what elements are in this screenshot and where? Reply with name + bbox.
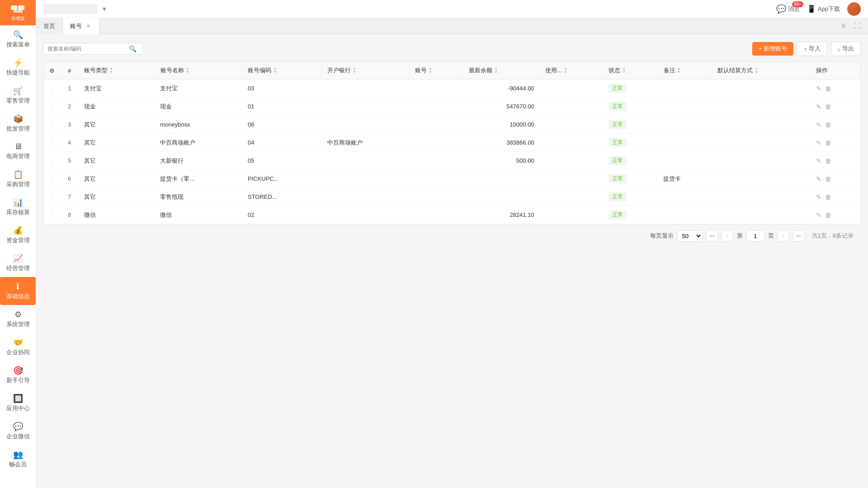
sidebar-item-quicknav[interactable]: ⚡ 快捷导航 xyxy=(0,53,36,81)
delete-icon[interactable]: 🗑 xyxy=(825,121,831,128)
table-header-row: ⚙ # 账号类型 ▲▼ 账号名称 ▲▼ xyxy=(44,62,860,80)
sidebar-item-enterprise-collab[interactable]: 🤝 企业协同 xyxy=(0,333,36,361)
actions-column-header: 操作 xyxy=(811,62,860,80)
balance-column-header[interactable]: 最新余额 ▲▼ xyxy=(463,62,540,80)
next-page-button[interactable]: › xyxy=(778,230,789,242)
row-account xyxy=(409,152,463,170)
row-usage xyxy=(540,206,603,224)
edit-icon[interactable]: ✎ xyxy=(816,211,821,219)
cart-icon: 🛒 xyxy=(13,86,23,96)
sidebar-item-basic-info[interactable]: ℹ 基础信息 xyxy=(0,277,36,305)
row-settings[interactable]: · xyxy=(44,116,61,134)
messages-button[interactable]: 💬 消息 99+ xyxy=(776,4,800,14)
search-icon[interactable]: 🔍 xyxy=(129,45,137,52)
user-avatar[interactable] xyxy=(847,2,861,16)
sidebar-item-beginner[interactable]: 🎯 新手引导 xyxy=(0,361,36,389)
row-settings[interactable]: · xyxy=(44,98,61,116)
row-code: 05 xyxy=(242,152,322,170)
delete-icon[interactable]: 🗑 xyxy=(825,211,831,219)
delete-icon[interactable]: 🗑 xyxy=(825,85,831,92)
code-column-header[interactable]: 账号编码 ▲▼ xyxy=(242,62,322,80)
delete-icon[interactable]: 🗑 xyxy=(825,175,831,183)
tab-close-icon[interactable]: ✕ xyxy=(85,23,92,30)
row-settings[interactable]: · xyxy=(44,206,61,224)
edit-icon[interactable]: ✎ xyxy=(816,139,821,146)
settlement-column-header[interactable]: 默认结算方式 ▲▼ xyxy=(712,62,811,80)
row-type: 其它 xyxy=(79,152,155,170)
sidebar-item-label: 采购管理 xyxy=(6,180,30,188)
tab-accounts[interactable]: 账号 ✕ xyxy=(63,18,99,34)
sidebar-item-retail[interactable]: 🛒 零售管理 xyxy=(0,81,36,109)
row-name: 大新银行 xyxy=(155,152,242,170)
settings-column-header[interactable]: ⚙ xyxy=(44,62,61,80)
name-column-header[interactable]: 账号名称 ▲▼ xyxy=(155,62,242,80)
app-download-button[interactable]: 📱 App下载 xyxy=(807,5,840,13)
monitor-icon: 🖥 xyxy=(14,142,22,151)
search-input[interactable] xyxy=(47,46,129,52)
chevron-down-icon[interactable]: ▼ xyxy=(101,5,108,13)
new-account-button[interactable]: + 新增账号 xyxy=(752,42,793,56)
status-sort-icon: ▲▼ xyxy=(622,67,626,74)
accounts-table: ⚙ # 账号类型 ▲▼ 账号名称 ▲▼ xyxy=(44,62,860,224)
table-row: · 3 其它 moneybosx 06 10000.00 正常 ✎ 🗑 xyxy=(44,116,860,134)
last-page-button[interactable]: ⏭ xyxy=(793,230,805,242)
sidebar-item-ecommerce[interactable]: 🖥 电商管理 xyxy=(0,137,36,165)
row-remark xyxy=(658,116,712,134)
name-sort-icon: ▲▼ xyxy=(186,67,189,74)
bank-column-header[interactable]: 开户银行 ▲▼ xyxy=(322,62,410,80)
import-button[interactable]: ↑ 导入 xyxy=(797,42,827,56)
edit-icon[interactable]: ✎ xyxy=(816,121,821,128)
row-bank xyxy=(322,206,410,224)
sidebar-item-system[interactable]: ⚙ 系统管理 xyxy=(0,305,36,333)
delete-icon[interactable]: 🗑 xyxy=(825,139,831,146)
prev-page-button[interactable]: ‹ xyxy=(722,230,733,242)
sidebar-item-inventory[interactable]: 📊 库存核算 xyxy=(0,193,36,221)
delete-icon[interactable]: 🗑 xyxy=(825,103,831,110)
page-number-input[interactable] xyxy=(746,230,764,242)
row-settings[interactable]: · xyxy=(44,170,61,188)
topbar-search-input[interactable] xyxy=(43,4,98,14)
sidebar-item-purchase[interactable]: 📋 采购管理 xyxy=(0,165,36,193)
row-account xyxy=(409,188,463,206)
tab-home[interactable]: 首页 xyxy=(36,18,63,34)
type-column-header[interactable]: 账号类型 ▲▼ xyxy=(79,62,155,80)
export-button[interactable]: ↓ 导出 xyxy=(831,42,861,56)
page-size-select[interactable]: 50 100 200 xyxy=(677,230,703,242)
account-column-header[interactable]: 账号 ▲▼ xyxy=(409,62,463,80)
sidebar-item-members[interactable]: 👥 畅会员 xyxy=(0,445,36,473)
row-actions: ✎ 🗑 xyxy=(811,206,860,224)
remark-column-header[interactable]: 备注 ▲▼ xyxy=(658,62,712,80)
sidebar-item-operations[interactable]: 📈 经营管理 xyxy=(0,249,36,277)
sidebar-item-label: 零售管理 xyxy=(6,97,30,105)
sidebar-item-enterprise-wechat[interactable]: 💬 企业微信 xyxy=(0,417,36,445)
usage-column-header[interactable]: 使用... ▲▼ xyxy=(540,62,603,80)
row-settlement xyxy=(712,188,811,206)
total-label: 共1页，8条记录 xyxy=(812,232,854,240)
sidebar-item-label: 搜索菜单 xyxy=(6,41,30,49)
delete-icon[interactable]: 🗑 xyxy=(825,193,831,201)
row-usage xyxy=(540,170,603,188)
first-page-button[interactable]: ⏮ xyxy=(706,230,718,242)
row-settings[interactable]: · xyxy=(44,134,61,152)
delete-icon[interactable]: 🗑 xyxy=(825,157,831,164)
row-type: 其它 xyxy=(79,134,155,152)
edit-icon[interactable]: ✎ xyxy=(816,103,821,110)
sidebar-item-finance[interactable]: 💰 资金管理 xyxy=(0,221,36,249)
row-actions: ✎ 🗑 xyxy=(811,170,860,188)
row-settings[interactable]: · xyxy=(44,152,61,170)
row-settings[interactable]: · xyxy=(44,80,61,98)
edit-icon[interactable]: ✎ xyxy=(816,85,821,92)
row-bank: 中百商场账户 xyxy=(322,134,410,152)
tab-close-all-icon[interactable]: ✕ xyxy=(837,20,850,32)
row-settings[interactable]: · xyxy=(44,188,61,206)
sidebar-item-search[interactable]: 🔍 搜索菜单 xyxy=(0,25,36,53)
edit-icon[interactable]: ✎ xyxy=(816,175,821,183)
trending-icon: 📈 xyxy=(13,253,23,263)
edit-icon[interactable]: ✎ xyxy=(816,193,821,201)
sidebar-item-app-center[interactable]: 🔲 应用中心 xyxy=(0,389,36,417)
row-account xyxy=(409,98,463,116)
tab-expand-icon[interactable]: ⛶ xyxy=(850,20,864,32)
sidebar-item-wholesale[interactable]: 📦 批发管理 xyxy=(0,109,36,137)
edit-icon[interactable]: ✎ xyxy=(816,157,821,164)
status-column-header[interactable]: 状态 ▲▼ xyxy=(603,62,658,80)
